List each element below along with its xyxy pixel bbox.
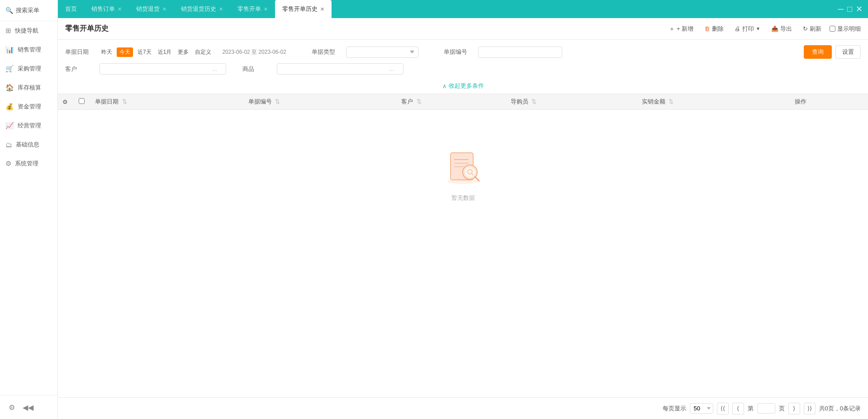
tab-retail-open-label: 零售开单 [237, 5, 261, 13]
add-icon: ＋ [669, 25, 675, 33]
sidebar-search[interactable]: 🔍 搜索采单 [0, 0, 57, 21]
filter-area: 单据日期 昨天 今天 近7天 近1月 更多 自定义 2023-06-02 至 2… [58, 40, 868, 94]
empty-illustration [441, 146, 486, 187]
show-detail-checkbox[interactable] [830, 26, 835, 32]
customer-label: 客户 [65, 65, 92, 73]
collapse-sidebar-button[interactable]: ◀◀ [22, 401, 34, 414]
th-checkbox[interactable] [74, 94, 90, 110]
date-opt-more[interactable]: 更多 [176, 47, 190, 57]
tab-retail-history[interactable]: 零售开单历史 ✕ [275, 0, 332, 18]
minimize-icon[interactable]: ─ [838, 5, 844, 14]
tab-sales-order[interactable]: 销售订单 ✕ [84, 0, 129, 18]
inventory-icon: 🏠 [5, 84, 14, 92]
print-button[interactable]: 🖨 打印 ▼ [732, 23, 763, 35]
export-button[interactable]: 📤 导出 [768, 23, 795, 35]
page-label: 第 [748, 405, 754, 413]
sort-date-icon[interactable]: ⇅ [122, 98, 127, 105]
date-opt-yesterday[interactable]: 昨天 [100, 47, 114, 57]
goods-label: 商品 [242, 65, 270, 73]
delete-label: 删除 [712, 25, 724, 33]
sidebar-item-operations[interactable]: 📈 经营管理 [0, 116, 57, 135]
tab-sales-return[interactable]: 销货退货 ✕ [129, 0, 174, 18]
goods-dots[interactable]: ... [389, 66, 394, 72]
th-guide[interactable]: 导购员 ⇅ [506, 94, 637, 110]
purchase-icon: 🛒 [5, 65, 14, 73]
tab-retail-open[interactable]: 零售开单 ✕ [230, 0, 275, 18]
date-opt-custom[interactable]: 自定义 [193, 47, 213, 57]
customer-dots[interactable]: ... [212, 66, 217, 72]
collapse-label: 收起更多条件 [449, 82, 484, 90]
customer-input[interactable] [104, 66, 212, 72]
sidebar-item-inventory[interactable]: 🏠 库存核算 [0, 78, 57, 97]
tab-sales-return-close[interactable]: ✕ [162, 6, 166, 12]
th-date[interactable]: 单据日期 ⇅ [90, 94, 244, 110]
sidebar-item-label: 系统管理 [15, 160, 38, 168]
type-filter-select[interactable] [346, 47, 418, 58]
delete-button[interactable]: 🗑 删除 [702, 23, 726, 35]
doc-num-input[interactable] [478, 47, 562, 58]
th-settings[interactable]: ⚙ [58, 94, 74, 110]
close-window-icon[interactable]: ✕ [856, 4, 863, 14]
basic-info-icon: 🗂 [5, 141, 12, 149]
refresh-icon: ↻ [803, 25, 808, 32]
th-number[interactable]: 单据编号 ⇅ [244, 94, 397, 110]
sidebar-item-sales-mgmt[interactable]: 📊 销售管理 [0, 40, 57, 59]
per-page-select[interactable]: 50 100 200 [690, 403, 713, 414]
setting-button[interactable]: 设置 [835, 45, 861, 59]
sidebar-item-finance[interactable]: 💰 资金管理 [0, 97, 57, 116]
finance-icon: 💰 [5, 103, 14, 111]
tab-retail-open-close[interactable]: ✕ [264, 6, 268, 12]
sort-number-icon[interactable]: ⇅ [275, 98, 280, 105]
maximize-icon[interactable]: □ [847, 5, 852, 14]
query-button[interactable]: 查询 [804, 45, 832, 59]
collapse-more-btn[interactable]: ∧ 收起更多条件 [65, 79, 861, 94]
sidebar-item-label: 资金管理 [18, 103, 41, 111]
th-actions-label: 操作 [795, 98, 806, 105]
data-table: ⚙ 单据日期 ⇅ 单据编号 ⇅ 客户 ⇅ [58, 94, 868, 229]
tab-sales-order-close[interactable]: ✕ [118, 6, 122, 12]
refresh-button[interactable]: ↻ 刷新 [800, 23, 824, 35]
th-customer[interactable]: 客户 ⇅ [397, 94, 506, 110]
sort-guide-icon[interactable]: ⇅ [531, 98, 536, 105]
empty-text: 暂无数据 [451, 194, 475, 202]
date-opt-today[interactable]: 今天 [117, 47, 133, 57]
tab-sales-return-history-close[interactable]: ✕ [219, 6, 223, 12]
sidebar-item-label: 库存核算 [18, 84, 41, 92]
date-opt-1month[interactable]: 近1月 [156, 47, 174, 57]
sidebar-item-purchase-mgmt[interactable]: 🛒 采购管理 [0, 59, 57, 78]
gear-button[interactable]: ⚙ [5, 401, 18, 414]
sidebar-item-label: 经营管理 [18, 122, 41, 130]
tab-sales-return-history-label: 销货退货历史 [181, 5, 216, 13]
date-options: 昨天 今天 近7天 近1月 更多 自定义 [100, 47, 213, 57]
sidebar-item-basic-info[interactable]: 🗂 基础信息 [0, 135, 57, 154]
tab-retail-history-close[interactable]: ✕ [320, 6, 324, 12]
select-all-checkbox[interactable] [79, 98, 85, 104]
prev-page-button[interactable]: ⟨ [732, 403, 744, 414]
add-button[interactable]: ＋ + 新增 [666, 23, 696, 35]
sidebar-item-quick-nav[interactable]: ⊞ 快捷导航 [0, 21, 57, 40]
next-page-button[interactable]: ⟩ [788, 403, 800, 414]
goods-input[interactable] [281, 66, 389, 72]
last-page-button[interactable]: ⟩⟩ [804, 403, 816, 414]
main-content: 首页 销售订单 ✕ 销货退货 ✕ 销货退货历史 ✕ 零售开单 ✕ 零售开单历史 … [58, 0, 868, 419]
date-opt-7days[interactable]: 近7天 [136, 47, 153, 57]
tab-bar: 首页 销售订单 ✕ 销货退货 ✕ 销货退货历史 ✕ 零售开单 ✕ 零售开单历史 … [58, 0, 868, 18]
table-settings-icon[interactable]: ⚙ [62, 99, 68, 105]
tab-home[interactable]: 首页 [58, 0, 84, 18]
sidebar-item-label: 基础信息 [16, 141, 39, 149]
th-customer-label: 客户 [401, 98, 413, 105]
print-icon: 🖨 [735, 25, 740, 32]
tab-home-label: 首页 [65, 5, 77, 13]
tab-sales-return-history[interactable]: 销货退货历史 ✕ [174, 0, 230, 18]
show-detail-label[interactable]: 显示明细 [830, 25, 861, 33]
sidebar-item-system[interactable]: ⚙ 系统管理 [0, 154, 57, 173]
filter-row-2: 客户 ... 商品 ... [65, 63, 861, 75]
th-amount-label: 实销金额 [642, 98, 665, 105]
sort-customer-icon[interactable]: ⇅ [417, 98, 422, 105]
sort-amount-icon[interactable]: ⇅ [669, 98, 674, 105]
sidebar-bottom: ⚙ ◀◀ [0, 395, 57, 419]
page-header: 零售开单历史 ＋ + 新增 🗑 删除 🖨 打印 ▼ 📤 导出 ↻ 刷新 [58, 18, 868, 40]
first-page-button[interactable]: ⟨⟨ [717, 403, 729, 414]
th-amount[interactable]: 实销金额 ⇅ [637, 94, 791, 110]
page-input[interactable]: 1 [757, 403, 775, 414]
